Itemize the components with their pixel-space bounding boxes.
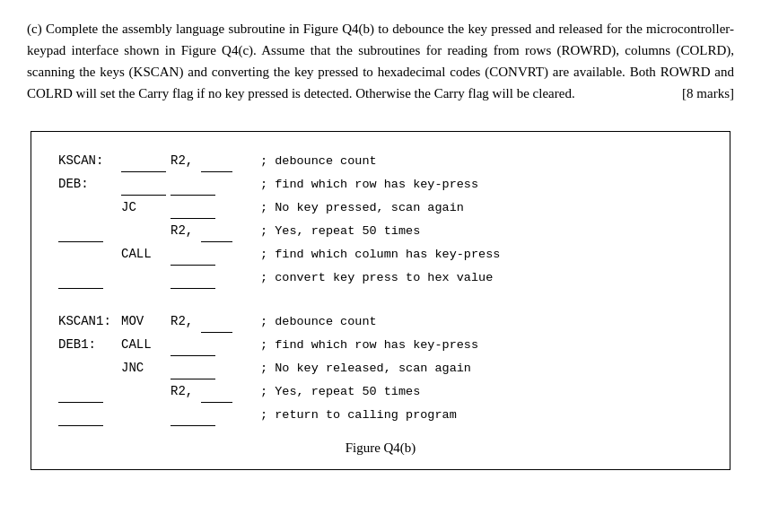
label-deb: DEB: [58, 173, 121, 196]
mnem-call-2: CALL [121, 334, 171, 357]
mnem-call: CALL [121, 243, 171, 266]
section-gap [58, 294, 703, 310]
question-container: (c) Complete the assembly language subro… [27, 18, 734, 470]
code-line-6: ; convert key press to hex value [58, 266, 703, 290]
code-line-4: R2, ; Yes, repeat 50 times [58, 220, 703, 243]
code-line-10: R2, ; Yes, repeat 50 times [58, 380, 703, 404]
marks-label: [8 marks] [682, 83, 734, 104]
operand-6 [171, 266, 260, 290]
code-line-1: KSCAN: R2, ; debounce count [58, 150, 703, 173]
mnem-mov: MOV [121, 310, 171, 334]
comment-3: ; No key pressed, scan again [260, 197, 464, 220]
label-kscan: KSCAN: [58, 150, 121, 173]
operand-3 [171, 196, 260, 220]
label-kscan1: KSCAN1: [58, 310, 121, 334]
code-line-9: JNC ; No key released, scan again [58, 357, 703, 380]
code-line-8: DEB1: CALL ; find which row has key-pres… [58, 334, 703, 357]
operand-7: R2, [171, 310, 260, 334]
code-section-1: KSCAN: R2, ; debounce count DEB: ; find … [58, 150, 703, 290]
comment-1: ; debounce count [260, 151, 377, 173]
comment-10: ; Yes, repeat 50 times [260, 381, 420, 404]
code-line-11: ; return to calling program [58, 404, 703, 427]
comment-4: ; Yes, repeat 50 times [260, 221, 420, 243]
question-label: (c) [27, 22, 42, 36]
code-line-7: KSCAN1: MOV R2, ; debounce count [58, 310, 703, 334]
code-line-2: DEB: ; find which row has key-press [58, 173, 703, 196]
code-line-5: CALL ; find which column has key-press [58, 243, 703, 266]
comment-6: ; convert key press to hex value [260, 267, 493, 290]
comment-7: ; debounce count [260, 311, 377, 334]
operand-9 [171, 357, 260, 380]
operand-4: R2, [171, 220, 260, 243]
operand-5 [171, 243, 260, 266]
label-blank-6 [58, 266, 121, 290]
comment-9: ; No key released, scan again [260, 358, 471, 380]
label-deb1: DEB1: [58, 334, 121, 357]
question-body: Complete the assembly language subroutin… [27, 22, 734, 100]
label-blank-11 [58, 404, 121, 427]
mnem-blank-1 [121, 150, 171, 173]
code-section-2: KSCAN1: MOV R2, ; debounce count DEB1: C… [58, 310, 703, 427]
figure-caption: Figure Q4(b) [58, 440, 703, 456]
mnem-jnc: JNC [121, 357, 171, 380]
label-blank-4 [58, 220, 121, 243]
comment-11: ; return to calling program [260, 405, 457, 427]
question-text: (c) Complete the assembly language subro… [27, 18, 734, 104]
operand-2 [171, 173, 260, 196]
mnem-jc: JC [121, 196, 171, 220]
operand-1: R2, [171, 150, 260, 173]
code-line-3: JC ; No key pressed, scan again [58, 196, 703, 220]
figure-box: KSCAN: R2, ; debounce count DEB: ; find … [31, 131, 730, 470]
mnem-blank-2 [121, 173, 171, 196]
operand-8 [171, 334, 260, 357]
operand-10: R2, [171, 380, 260, 404]
operand-11 [171, 404, 260, 427]
comment-2: ; find which row has key-press [260, 174, 478, 196]
comment-8: ; find which row has key-press [260, 335, 478, 357]
label-blank-10 [58, 380, 121, 404]
comment-5: ; find which column has key-press [260, 244, 500, 266]
